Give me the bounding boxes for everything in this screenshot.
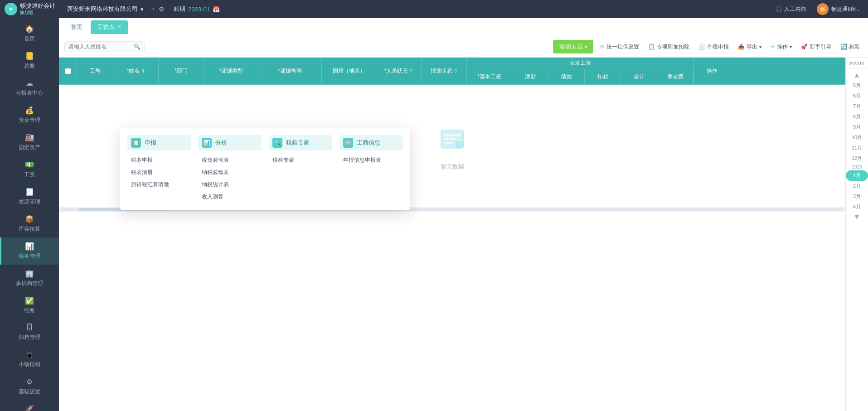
dropdown-item-tax-declare[interactable]: 税务申报 — [127, 154, 191, 166]
calendar-icon[interactable]: 📅 — [213, 6, 220, 13]
timeline-month-2[interactable]: 2月 — [846, 181, 868, 191]
timeline-down-btn[interactable]: ▼ — [853, 212, 862, 222]
toolbar-tax-btn[interactable]: 🧾 个税申报 — [696, 41, 732, 53]
timeline-month-3[interactable]: 3月 — [846, 191, 868, 202]
company-name: 西安虾米网络科技有限公司 — [67, 5, 138, 13]
th-base-salary: *基本工资 — [467, 69, 512, 84]
sidebar-item-archive[interactable]: 🗄 归档管理 — [0, 319, 59, 346]
toolbar-operation-btn[interactable]: ✏ 操作 ▾ — [768, 41, 795, 53]
checkbox-all-header[interactable] — [59, 58, 77, 84]
headset-icon: 🎧 — [776, 6, 782, 12]
sidebar-item-settle[interactable]: ✅ 结账 — [0, 292, 59, 319]
th-deductions-label: 扣款 — [597, 73, 608, 81]
svg-rect-2 — [444, 138, 456, 140]
filter-status-icon[interactable]: ▽ — [409, 68, 413, 73]
guide-icon: 🚀 — [25, 405, 34, 411]
period-label: 账期 — [174, 5, 185, 13]
th-name-label: *姓名 — [127, 67, 140, 75]
export-dropdown-icon: ▾ — [759, 44, 761, 49]
select-all-checkbox[interactable] — [65, 68, 71, 74]
timeline-month-10[interactable]: 10月 — [846, 132, 868, 143]
dropdown-item-income-calc[interactable]: 收入测算 — [198, 191, 262, 203]
dropdown-item-tax-payment[interactable]: 纳税波动表 — [198, 166, 262, 179]
sidebar-item-marketing[interactable]: 📱 小畅报销 — [0, 346, 59, 373]
th-employee-id-label: 工号 — [90, 67, 101, 75]
support-btn[interactable]: 🎧 人工咨询 — [773, 4, 809, 15]
social-label: 统一社保设置 — [606, 43, 639, 51]
timeline-month-7[interactable]: 7月 — [846, 101, 868, 111]
sidebar-item-salary[interactable]: 💵 工资 — [0, 156, 59, 183]
social-icon: ⚙ — [600, 44, 605, 50]
th-performance: 绩效 — [548, 69, 585, 84]
dropdown-item-tax-stats[interactable]: 纳税统计表 — [198, 179, 262, 191]
tab-home[interactable]: 首页 — [64, 20, 89, 34]
refresh-icon: 🔄 — [840, 44, 847, 50]
tax-label: 税务管理 — [19, 252, 40, 260]
analysis-title: 分析 — [215, 139, 227, 147]
timeline-month-6[interactable]: 6月 — [846, 91, 868, 101]
sidebar-item-cloud[interactable]: ☁ 云报表中心 — [0, 74, 59, 102]
dropdown-item-tax-table[interactable]: 税表清册 — [127, 166, 191, 179]
sidebar-item-multi[interactable]: 🏢 多机构管理 — [0, 265, 59, 292]
sidebar-item-guide[interactable]: 🚀 新手引导 — [0, 400, 59, 411]
add-company-icon[interactable]: + — [151, 5, 155, 13]
th-dept-label: *部门 — [175, 67, 188, 75]
tax-dropdown-menu: 📋 申报 税务申报 税表清册 所得税汇算清缴 📊 分析 税负波动表 纳税波动表 … — [120, 128, 410, 210]
th-id-no: *证据号码 — [258, 58, 322, 84]
toolbar-guide-btn[interactable]: 🚀 新手引导 — [798, 41, 834, 53]
timeline-month-11[interactable]: 11月 — [846, 143, 868, 153]
timeline-header: 2023.01 — [846, 59, 868, 68]
timeline-month-4[interactable]: 4月 — [846, 202, 868, 212]
sidebar-item-settings[interactable]: ⚙ 基础设置 — [0, 373, 59, 400]
guide-toolbar-icon: 🚀 — [801, 44, 808, 50]
sidebar-item-fund[interactable]: 💰 资金管理 — [0, 102, 59, 129]
declaration-title: 申报 — [145, 139, 156, 147]
search-input[interactable] — [68, 44, 132, 50]
dropdown-item-annual-report[interactable]: 年报信息申报表 — [339, 154, 403, 166]
settle-icon: ✅ — [25, 296, 34, 305]
company-selector[interactable]: 西安虾米网络科技有限公司 ▾ — [63, 3, 147, 15]
tab-salary[interactable]: 工资表 ✕ — [91, 20, 128, 34]
sidebar-item-asset[interactable]: 🏭 固定资产 — [0, 129, 59, 156]
asset-label: 固定资产 — [19, 144, 40, 151]
deduction-icon: 📋 — [648, 44, 655, 50]
toolbar-refresh-btn[interactable]: 🔄 刷新 — [838, 41, 863, 53]
th-action-label: 操作 — [707, 67, 718, 75]
dropdown-item-tax-expert[interactable]: 税检专家 — [269, 154, 332, 166]
timeline-month-9[interactable]: 9月 — [846, 122, 868, 132]
sidebar-item-home[interactable]: 🏠 首页 — [0, 20, 59, 47]
tax-report-icon: 🧾 — [698, 44, 705, 50]
timeline-month-12[interactable]: 12月 — [846, 153, 868, 164]
search-wrap[interactable]: 🔍 — [64, 41, 145, 52]
toolbar-deduction-btn[interactable]: 📋 专项附加扣除 — [645, 41, 692, 53]
period-value: 2023-01 — [188, 6, 210, 13]
sidebar-item-invoice[interactable]: 🧾 发票管理 — [0, 183, 59, 210]
settings-label: 基础设置 — [19, 388, 40, 396]
filter-report-icon[interactable]: ▽ — [454, 68, 457, 73]
sidebar-item-tax[interactable]: 📊 税务管理 — [0, 237, 59, 265]
sidebar-item-ledger[interactable]: 📒 总账 — [0, 47, 59, 74]
timeline-year-2023: 2023 — [852, 164, 862, 170]
tab-close-icon[interactable]: ✕ — [117, 24, 121, 30]
timeline-up-btn[interactable]: ▲ — [853, 70, 862, 80]
dropdown-section-expert: 🔍 税检专家 税检专家 — [269, 135, 332, 203]
sort-icon[interactable]: ⇅ — [141, 68, 145, 73]
dropdown-item-tax-burden[interactable]: 税负波动表 — [198, 154, 262, 166]
export-label: 导出 — [747, 43, 757, 51]
sidebar: 🏠 首页 📒 总账 ☁ 云报表中心 💰 资金管理 🏭 固定资产 💵 工资 🧾 发… — [0, 18, 59, 411]
timeline-month-1[interactable]: 1月 — [846, 170, 868, 181]
add-person-button[interactable]: 添加人员 ▾ — [553, 40, 593, 53]
sidebar-item-inventory[interactable]: 📦 库存核算 — [0, 210, 59, 237]
dropdown-item-tax-annual[interactable]: 所得税汇算清缴 — [127, 179, 191, 191]
cloud-icon: ☁ — [26, 79, 33, 87]
ledger-icon: 📒 — [25, 52, 34, 60]
toolbar-social-btn[interactable]: ⚙ 统一社保设置 — [597, 41, 642, 53]
salary-icon: 💵 — [25, 160, 34, 169]
timeline-month-5[interactable]: 5月 — [846, 80, 868, 91]
tab-home-label: 首页 — [71, 23, 82, 31]
toolbar-export-btn[interactable]: 📤 导出 ▾ — [735, 41, 764, 53]
settings-icon[interactable]: ⚙ — [159, 5, 165, 13]
timeline-month-8[interactable]: 8月 — [846, 111, 868, 122]
user-btn[interactable]: 畅 畅捷通8组... — [814, 2, 863, 16]
th-dept: *部门 — [159, 58, 204, 84]
